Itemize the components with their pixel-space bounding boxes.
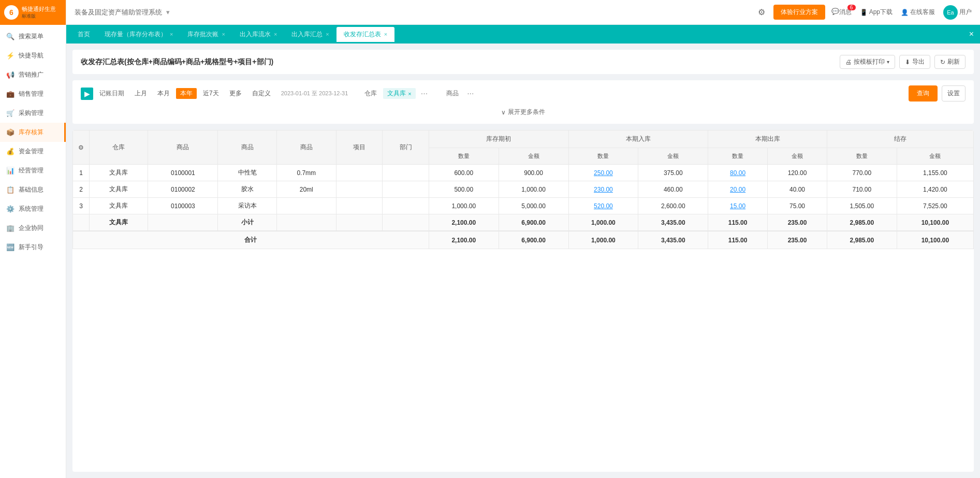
in-qty-link-2[interactable]: 520.00: [594, 202, 613, 210]
col-name-header: 商品: [218, 131, 276, 165]
user-label: 用户: [959, 8, 972, 17]
tab-close-stock[interactable]: ×: [170, 31, 173, 37]
logo-sub: 标准版: [22, 13, 56, 20]
col-settings[interactable]: ⚙: [73, 131, 90, 165]
topbar-actions: ⚙ 体验行业方案: [758, 5, 825, 20]
topbar-dropdown-icon[interactable]: ▾: [166, 8, 170, 16]
row-open-amt: 900.00: [499, 165, 568, 181]
warehouse-more[interactable]: ···: [419, 89, 430, 98]
table-row: 文具库 小计 2,100.00 6,900.00 1,000.00 3,435.…: [73, 214, 974, 231]
row-bal-amt: 1,155.00: [897, 165, 973, 181]
date-options: 上月本月本年近7天更多自定义: [130, 88, 275, 99]
sidebar-label-quick: 快捷导航: [19, 51, 43, 60]
print-template-button[interactable]: 🖨 按模板打印 ▾: [840, 55, 895, 69]
tab-close-summary[interactable]: ×: [326, 31, 329, 37]
warehouse-tag-close[interactable]: ×: [408, 91, 411, 97]
tab-summary[interactable]: 出入库汇总×: [284, 27, 336, 42]
warehouse-tag: 文具库 ×: [383, 88, 415, 99]
sidebar-item-marketing[interactable]: 📢营销推广: [0, 65, 66, 84]
tab-close-receipt[interactable]: ×: [384, 31, 387, 37]
out-qty-header: 数量: [708, 148, 768, 165]
system-name: 装备及固定资产辅助管理系统: [75, 8, 162, 17]
row-spec: [276, 198, 336, 214]
out-qty-link-0[interactable]: 80.00: [730, 169, 745, 177]
footer-bal-qty: 2,985.00: [827, 231, 897, 249]
sidebar-item-guide[interactable]: 🆕新手引导: [0, 238, 66, 257]
out-qty-link-1[interactable]: 20.00: [730, 186, 745, 193]
filter-expand-button[interactable]: ▶: [81, 88, 93, 100]
row-no: [73, 214, 90, 231]
sidebar-item-sales[interactable]: 💼销售管理: [0, 84, 66, 104]
user-menu[interactable]: Ea 用户: [943, 5, 972, 20]
marketing-icon: 📢: [6, 71, 14, 79]
sidebar-item-purchase[interactable]: 🛒采购管理: [0, 104, 66, 123]
date-option-4[interactable]: 更多: [225, 88, 246, 99]
sidebar-item-basic[interactable]: 📋基础信息: [0, 180, 66, 199]
gear-button[interactable]: ⚙: [758, 7, 765, 17]
sidebar: 6 畅捷通好生意 标准版 🔍搜索菜单⚡快捷导航📢营销推广💼销售管理🛒采购管理📦库…: [0, 0, 66, 478]
row-in-qty[interactable]: 520.00: [568, 198, 638, 214]
page-title: 收发存汇总表(按仓库+商品编码+商品+规格型号+项目+部门): [81, 57, 273, 67]
sidebar-item-system[interactable]: ⚙️系统管理: [0, 199, 66, 219]
date-option-5[interactable]: 自定义: [248, 88, 275, 99]
date-option-3[interactable]: 近7天: [199, 88, 223, 99]
row-out-qty[interactable]: 20.00: [708, 181, 768, 198]
open-amt-header: 金额: [499, 148, 568, 165]
export-button[interactable]: ⬇ 导出: [899, 55, 930, 69]
sidebar-item-business[interactable]: 📊经营管理: [0, 161, 66, 180]
print-icon: 🖨: [845, 59, 852, 66]
app-download[interactable]: 📱 App下载: [860, 8, 893, 17]
col-opening-header: 库存期初: [429, 131, 568, 148]
expand-icon: ∨: [501, 109, 506, 116]
settings-button[interactable]: 设置: [942, 85, 966, 102]
row-in-qty[interactable]: 230.00: [568, 181, 638, 198]
table-row: 2 文具库 0100002 胶水 20ml 500.00 1,000.00 23…: [73, 181, 974, 198]
tab-flow[interactable]: 出入库流水×: [232, 27, 284, 42]
message-badge-wrap[interactable]: 💬 6 消息: [831, 8, 852, 17]
date-option-1[interactable]: 本月: [153, 88, 174, 99]
in-qty-link-1[interactable]: 230.00: [594, 186, 613, 193]
logo-text: 畅捷通好生意 标准版: [22, 5, 56, 19]
goods-more[interactable]: ···: [465, 89, 476, 98]
expand-more-button[interactable]: ∨ 展开更多条件: [499, 106, 547, 119]
tab-receipt[interactable]: 收发存汇总表×: [337, 27, 394, 42]
tab-label-summary: 出入库汇总: [291, 30, 323, 39]
row-bal-amt: 1,420.00: [897, 181, 973, 198]
filter-row-2: ∨ 展开更多条件: [81, 106, 966, 119]
refresh-icon: ↻: [940, 59, 945, 66]
date-option-2[interactable]: 本年: [176, 88, 197, 99]
close-all-tabs[interactable]: ×: [967, 27, 976, 41]
row-code: 0100003: [148, 198, 218, 214]
query-button[interactable]: 查询: [909, 85, 938, 102]
row-bal-qty: 770.00: [827, 165, 897, 181]
row-code: [148, 214, 218, 231]
sidebar-item-quick[interactable]: ⚡快捷导航: [0, 46, 66, 65]
tab-close-batch[interactable]: ×: [222, 31, 225, 37]
tab-stock[interactable]: 现存量（库存分布表）×: [97, 27, 180, 42]
row-in-qty[interactable]: 250.00: [568, 165, 638, 181]
goods-label: 商品: [446, 89, 459, 98]
tab-close-flow[interactable]: ×: [274, 31, 277, 37]
in-qty-link-0[interactable]: 250.00: [594, 169, 613, 177]
online-service[interactable]: 👤 在线客服: [901, 8, 935, 17]
row-out-qty[interactable]: 15.00: [708, 198, 768, 214]
row-spec: 0.7mm: [276, 165, 336, 181]
row-out-qty[interactable]: 80.00: [708, 165, 768, 181]
experience-button[interactable]: 体验行业方案: [773, 5, 825, 20]
tab-home[interactable]: 首页: [70, 27, 97, 42]
sidebar-item-inventory[interactable]: 📦库存核算: [0, 123, 66, 142]
guide-icon: 🆕: [6, 243, 14, 251]
row-dept: [383, 181, 429, 198]
date-option-0[interactable]: 上月: [130, 88, 151, 99]
sidebar-item-search[interactable]: 🔍搜索菜单: [0, 27, 66, 46]
print-dropdown-icon: ▾: [887, 59, 889, 65]
footer-out-amt: 235.00: [768, 231, 827, 249]
row-in-qty: 1,000.00: [568, 214, 638, 231]
out-qty-link-2[interactable]: 15.00: [730, 202, 745, 210]
sidebar-item-enterprise[interactable]: 🏢企业协同: [0, 219, 66, 238]
main-area: 装备及固定资产辅助管理系统 ▾ ⚙ 体验行业方案 💬 6 消息 📱 App下载 …: [66, 0, 980, 478]
refresh-button[interactable]: ↻ 刷新: [934, 55, 966, 69]
tab-batch[interactable]: 库存批次账×: [180, 27, 232, 42]
sidebar-item-finance[interactable]: 💰资金管理: [0, 142, 66, 161]
sidebar-logo: 6 畅捷通好生意 标准版: [0, 0, 66, 25]
